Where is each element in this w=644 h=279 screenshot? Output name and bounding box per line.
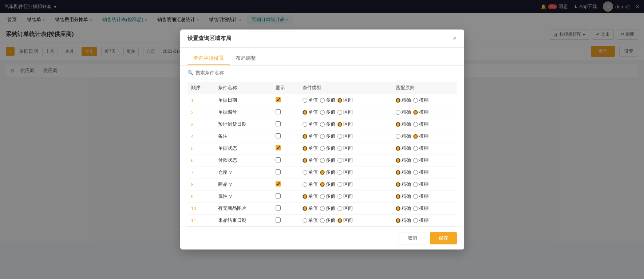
row-display-6[interactable] xyxy=(272,166,299,178)
match-radio-精确-6[interactable]: 精确 xyxy=(396,169,411,176)
type-radio-单值-6[interactable]: 单值 xyxy=(303,169,318,176)
type-radio-单值-1[interactable]: 单值 xyxy=(303,109,318,115)
display-checkbox-10[interactable] xyxy=(276,217,281,223)
match-radio-精确-2[interactable]: 精确 xyxy=(396,121,411,127)
display-checkbox-7[interactable] xyxy=(276,181,281,186)
cancel-button[interactable]: 取消 xyxy=(399,232,426,242)
type-radio-单值-8[interactable]: 单值 xyxy=(303,193,318,200)
type-radio-多值-5[interactable]: 多值 xyxy=(320,157,335,164)
match-radio-模糊-8[interactable]: 模糊 xyxy=(413,193,428,200)
table-row: 8商品 ∨单值多值区间精确模糊 xyxy=(187,178,457,190)
row-order-2: 2 xyxy=(191,110,194,115)
row-order-3: 3 xyxy=(191,122,194,127)
display-checkbox-5[interactable] xyxy=(276,157,281,162)
type-radio-单值-3[interactable]: 单值 xyxy=(303,133,318,140)
type-radio-多值-9[interactable]: 多值 xyxy=(320,205,335,212)
type-radio-多值-2[interactable]: 多值 xyxy=(320,121,335,127)
match-radio-精确-9[interactable]: 精确 xyxy=(396,205,411,212)
modal-header: 设置查询区域布局 × xyxy=(180,30,464,48)
search-input[interactable] xyxy=(195,70,268,75)
row-name-2: 预计到货日期 xyxy=(214,118,272,130)
match-radio-模糊-6[interactable]: 模糊 xyxy=(413,169,428,176)
search-box: 🔍 xyxy=(187,70,268,77)
row-display-2[interactable] xyxy=(272,118,299,130)
table-row: 3预计到货日期单值多值区间精确模糊 xyxy=(187,118,457,130)
type-radio-区间-0[interactable]: 区间 xyxy=(337,97,353,103)
row-display-0[interactable] xyxy=(272,94,299,106)
type-radio-单值-2[interactable]: 单值 xyxy=(303,121,318,127)
modal-table: 顺序 条件名称 显示 条件类型 匹配原则 1单据日期单值多值区间精确模糊2单据编… xyxy=(187,82,457,227)
type-radio-区间-3[interactable]: 区间 xyxy=(337,133,353,140)
modal-overlay: 设置查询区域布局 × 查询字段设置 布局调整 🔍 顺序 条件名称 显示 xyxy=(0,0,644,242)
tab-layout-adjust[interactable]: 布局调整 xyxy=(230,52,262,65)
type-radio-多值-4[interactable]: 多值 xyxy=(320,145,335,152)
display-checkbox-9[interactable] xyxy=(276,205,281,211)
type-radio-单值-5[interactable]: 单值 xyxy=(303,157,318,164)
tab-query-fields[interactable]: 查询字段设置 xyxy=(187,52,230,65)
row-display-8[interactable] xyxy=(272,190,299,203)
row-display-5[interactable] xyxy=(272,154,299,166)
match-radio-模糊-2[interactable]: 模糊 xyxy=(413,121,428,127)
type-radio-区间-10[interactable]: 区间 xyxy=(337,217,353,224)
row-display-7[interactable] xyxy=(272,178,299,190)
type-radio-区间-4[interactable]: 区间 xyxy=(337,145,353,152)
type-radio-多值-8[interactable]: 多值 xyxy=(320,193,335,200)
modal-close-btn[interactable]: × xyxy=(453,35,457,42)
match-radio-精确-3[interactable]: 精确 xyxy=(396,133,411,140)
match-radio-模糊-3[interactable]: 模糊 xyxy=(413,133,428,140)
search-icon: 🔍 xyxy=(187,70,193,75)
type-radio-区间-8[interactable]: 区间 xyxy=(337,193,353,200)
type-radio-区间-2[interactable]: 区间 xyxy=(337,121,353,127)
type-radio-多值-0[interactable]: 多值 xyxy=(320,97,335,103)
match-radio-精确-7[interactable]: 精确 xyxy=(396,181,411,188)
match-radio-精确-10[interactable]: 精确 xyxy=(396,217,411,224)
match-radio-模糊-4[interactable]: 模糊 xyxy=(413,145,428,152)
type-radio-区间-7[interactable]: 区间 xyxy=(337,181,353,188)
match-radio-模糊-5[interactable]: 模糊 xyxy=(413,157,428,164)
display-checkbox-6[interactable] xyxy=(276,169,281,174)
type-radio-单值-10[interactable]: 单值 xyxy=(303,217,318,224)
type-radio-多值-7[interactable]: 多值 xyxy=(320,181,335,188)
match-radio-精确-1[interactable]: 精确 xyxy=(396,109,411,115)
match-radio-精确-5[interactable]: 精确 xyxy=(396,157,411,164)
display-checkbox-4[interactable] xyxy=(276,145,281,150)
match-radio-模糊-9[interactable]: 模糊 xyxy=(413,205,428,212)
type-radio-区间-5[interactable]: 区间 xyxy=(337,157,353,164)
save-button[interactable]: 保存 xyxy=(430,232,457,242)
match-radio-精确-8[interactable]: 精确 xyxy=(396,193,411,200)
display-checkbox-2[interactable] xyxy=(276,121,281,126)
type-radio-多值-10[interactable]: 多值 xyxy=(320,217,335,224)
modal-table-wrap: 顺序 条件名称 显示 条件类型 匹配原则 1单据日期单值多值区间精确模糊2单据编… xyxy=(180,82,464,227)
match-radio-精确-0[interactable]: 精确 xyxy=(396,97,411,103)
type-radio-区间-6[interactable]: 区间 xyxy=(337,169,353,176)
match-radio-模糊-0[interactable]: 模糊 xyxy=(413,97,428,103)
type-radio-区间-9[interactable]: 区间 xyxy=(337,205,353,212)
display-checkbox-1[interactable] xyxy=(276,109,281,114)
type-radio-单值-4[interactable]: 单值 xyxy=(303,145,318,152)
table-row: 5单据状态单值多值区间精确模糊 xyxy=(187,142,457,154)
row-order-8: 8 xyxy=(191,182,194,187)
row-display-1[interactable] xyxy=(272,106,299,118)
type-radio-区间-1[interactable]: 区间 xyxy=(337,109,353,115)
type-radio-单值-7[interactable]: 单值 xyxy=(303,181,318,188)
display-checkbox-8[interactable] xyxy=(276,193,281,199)
row-display-9[interactable] xyxy=(272,203,299,215)
type-radio-多值-1[interactable]: 多值 xyxy=(320,109,335,115)
row-name-7: 商品 ∨ xyxy=(214,178,272,190)
row-display-4[interactable] xyxy=(272,142,299,154)
type-radio-单值-9[interactable]: 单值 xyxy=(303,205,318,212)
row-name-3: 备注 xyxy=(214,130,272,142)
type-radio-多值-3[interactable]: 多值 xyxy=(320,133,335,140)
table-row: 1单据日期单值多值区间精确模糊 xyxy=(187,94,457,106)
match-radio-模糊-1[interactable]: 模糊 xyxy=(413,109,428,115)
type-radio-多值-6[interactable]: 多值 xyxy=(320,169,335,176)
row-display-10[interactable] xyxy=(272,215,299,227)
row-name-6: 仓库 ∨ xyxy=(214,166,272,178)
row-display-3[interactable] xyxy=(272,130,299,142)
type-radio-单值-0[interactable]: 单值 xyxy=(303,97,318,103)
match-radio-精确-4[interactable]: 精确 xyxy=(396,145,411,152)
match-radio-模糊-10[interactable]: 模糊 xyxy=(413,217,428,224)
match-radio-模糊-7[interactable]: 模糊 xyxy=(413,181,428,188)
display-checkbox-0[interactable] xyxy=(276,97,281,102)
display-checkbox-3[interactable] xyxy=(276,133,281,138)
